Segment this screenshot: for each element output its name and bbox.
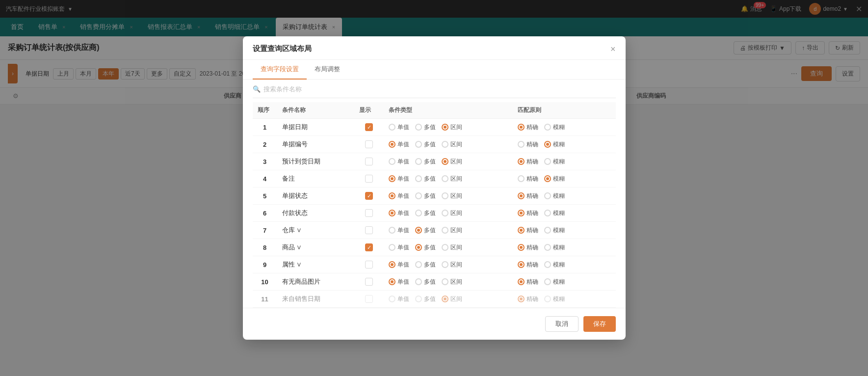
- dialog-tab-fields[interactable]: 查询字段设置: [253, 60, 307, 80]
- match-radio-match_exact[interactable]: 精确: [518, 278, 538, 286]
- cell-order: 9: [253, 256, 277, 273]
- radio-dot-icon: [544, 261, 551, 268]
- cell-match: 精确模糊: [513, 273, 616, 291]
- dialog-title: 设置查询区域布局: [253, 44, 312, 54]
- type-radio-type_multi[interactable]: 多值: [415, 192, 436, 200]
- display-checkbox[interactable]: [365, 209, 373, 217]
- cell-type: 单值多值区间: [384, 222, 513, 239]
- radio-dot-icon: [415, 278, 422, 285]
- cell-display: [354, 273, 384, 291]
- radio-dot-icon: [389, 278, 395, 285]
- type-radio-type_multi[interactable]: 多值: [415, 278, 436, 286]
- match-radio-match_exact[interactable]: 精确: [518, 158, 538, 166]
- match-radio-match_fuzzy[interactable]: 模糊: [544, 192, 565, 200]
- type-radio-type_multi[interactable]: 多值: [415, 243, 436, 252]
- cell-order: 4: [253, 170, 277, 188]
- table-row: 3预计到货日期单值多值区间精确模糊: [253, 153, 616, 170]
- cell-display: [354, 136, 384, 153]
- radio-dot-icon: [415, 227, 422, 234]
- type-radio-type_multi[interactable]: 多值: [415, 123, 436, 132]
- display-checkbox[interactable]: [365, 295, 373, 303]
- type-radio-type_single[interactable]: 单值: [389, 192, 409, 200]
- type-radio-type_range[interactable]: 区间: [442, 295, 462, 303]
- match-radio-match_fuzzy[interactable]: 模糊: [544, 175, 565, 183]
- type-radio-type_single[interactable]: 单值: [389, 261, 409, 269]
- match-radio-match_fuzzy[interactable]: 模糊: [544, 278, 565, 286]
- match-radio-match_exact[interactable]: 精确: [518, 140, 538, 149]
- type-radio-type_multi[interactable]: 多值: [415, 175, 436, 183]
- cell-type: 单值多值区间: [384, 256, 513, 273]
- display-checkbox[interactable]: [365, 158, 373, 165]
- match-radio-match_fuzzy[interactable]: 模糊: [544, 261, 565, 269]
- type-radio-type_range[interactable]: 区间: [442, 158, 462, 166]
- dialog-close-button[interactable]: ×: [610, 45, 616, 54]
- match-radio-match_exact[interactable]: 精确: [518, 175, 538, 183]
- table-row: 10有无商品图片单值多值区间精确模糊: [253, 273, 616, 291]
- match-radio-match_fuzzy[interactable]: 模糊: [544, 295, 565, 303]
- type-radio-type_range[interactable]: 区间: [442, 278, 462, 286]
- search-input[interactable]: [263, 85, 616, 93]
- display-checkbox[interactable]: [365, 140, 373, 148]
- match-radio-match_exact[interactable]: 精确: [518, 226, 538, 235]
- type-radio-type_multi[interactable]: 多值: [415, 140, 436, 149]
- type-radio-type_range[interactable]: 区间: [442, 140, 462, 149]
- radio-dot-icon: [518, 210, 525, 216]
- cell-type: 单值多值区间: [384, 205, 513, 222]
- save-button[interactable]: 保存: [583, 316, 616, 332]
- cancel-button[interactable]: 取消: [545, 316, 579, 332]
- match-radio-match_fuzzy[interactable]: 模糊: [544, 158, 565, 166]
- type-radio-type_range[interactable]: 区间: [442, 192, 462, 200]
- type-radio-type_single[interactable]: 单值: [389, 209, 409, 217]
- cell-match: 精确模糊: [513, 153, 616, 170]
- type-radio-type_multi[interactable]: 多值: [415, 261, 436, 269]
- match-radio-match_exact[interactable]: 精确: [518, 261, 538, 269]
- match-radio-match_fuzzy[interactable]: 模糊: [544, 226, 565, 235]
- type-radio-type_multi[interactable]: 多值: [415, 158, 436, 166]
- match-radio-match_exact[interactable]: 精确: [518, 295, 538, 303]
- display-checkbox[interactable]: [365, 175, 373, 183]
- type-radio-type_single[interactable]: 单值: [389, 140, 409, 149]
- type-radio-type_multi[interactable]: 多值: [415, 295, 436, 303]
- type-radio-type_single[interactable]: 单值: [389, 243, 409, 252]
- match-radio-match_fuzzy[interactable]: 模糊: [544, 209, 565, 217]
- display-checkbox[interactable]: [365, 226, 373, 234]
- type-radio-type_single[interactable]: 单值: [389, 226, 409, 235]
- radio-dot-icon: [389, 158, 395, 165]
- radio-dot-icon: [442, 244, 448, 251]
- match-radio-match_exact[interactable]: 精确: [518, 192, 538, 200]
- display-checkbox[interactable]: [365, 123, 373, 131]
- type-radio-type_single[interactable]: 单值: [389, 278, 409, 286]
- match-radio-match_fuzzy[interactable]: 模糊: [544, 140, 565, 149]
- type-radio-type_range[interactable]: 区间: [442, 226, 462, 235]
- radio-dot-icon: [518, 278, 525, 285]
- cell-display: [354, 291, 384, 308]
- display-checkbox[interactable]: [365, 261, 373, 269]
- match-radio-match_exact[interactable]: 精确: [518, 243, 538, 252]
- type-radio-type_range[interactable]: 区间: [442, 261, 462, 269]
- type-radio-type_range[interactable]: 区间: [442, 209, 462, 217]
- match-radio-match_fuzzy[interactable]: 模糊: [544, 123, 565, 132]
- type-radio-type_range[interactable]: 区间: [442, 175, 462, 183]
- type-radio-type_single[interactable]: 单值: [389, 123, 409, 132]
- radio-dot-icon: [544, 227, 551, 234]
- display-checkbox[interactable]: [365, 192, 373, 200]
- radio-dot-icon: [518, 192, 525, 199]
- type-radio-type_multi[interactable]: 多值: [415, 209, 436, 217]
- type-radio-type_range[interactable]: 区间: [442, 123, 462, 132]
- match-radio-match_exact[interactable]: 精确: [518, 123, 538, 132]
- type-radio-type_single[interactable]: 单值: [389, 158, 409, 166]
- radio-dot-icon: [415, 141, 422, 148]
- radio-dot-icon: [389, 124, 395, 131]
- match-radio-match_exact[interactable]: 精确: [518, 209, 538, 217]
- match-radio-match_fuzzy[interactable]: 模糊: [544, 243, 565, 252]
- type-radio-type_single[interactable]: 单值: [389, 175, 409, 183]
- radio-dot-icon: [415, 192, 422, 199]
- display-checkbox[interactable]: [365, 243, 373, 251]
- type-radio-type_single[interactable]: 单值: [389, 295, 409, 303]
- radio-dot-icon: [389, 227, 395, 234]
- dialog-tab-layout[interactable]: 布局调整: [307, 60, 348, 80]
- type-radio-type_multi[interactable]: 多值: [415, 226, 436, 235]
- radio-dot-icon: [389, 175, 395, 182]
- display-checkbox[interactable]: [365, 278, 373, 286]
- type-radio-type_range[interactable]: 区间: [442, 243, 462, 252]
